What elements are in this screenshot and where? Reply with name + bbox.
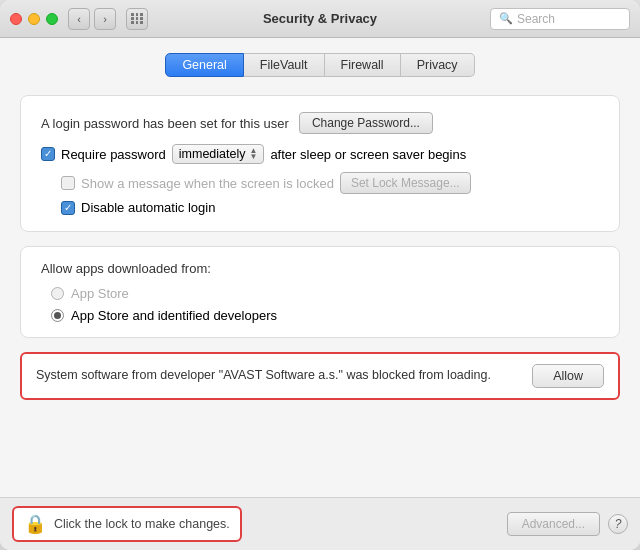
search-box[interactable]: 🔍 Search xyxy=(490,8,630,30)
search-placeholder: Search xyxy=(517,12,555,26)
radio-group: App Store App Store and identified devel… xyxy=(51,286,599,323)
change-password-button[interactable]: Change Password... xyxy=(299,112,433,134)
tabs: General FileVault Firewall Privacy xyxy=(20,53,620,77)
titlebar: ‹ › Security & Privacy 🔍 Search xyxy=(0,0,640,38)
disable-login-row: ✓ Disable automatic login xyxy=(61,200,599,215)
window-title: Security & Privacy xyxy=(263,11,377,26)
radio-app-store-label: App Store xyxy=(71,286,129,301)
back-button[interactable]: ‹ xyxy=(68,8,90,30)
blocked-software-row: System software from developer "AVAST So… xyxy=(20,352,620,400)
window: ‹ › Security & Privacy 🔍 Search General … xyxy=(0,0,640,550)
password-timing-dropdown[interactable]: immediately ▲ ▼ xyxy=(172,144,265,164)
grid-button[interactable] xyxy=(126,8,148,30)
minimize-button[interactable] xyxy=(28,13,40,25)
require-password-label: Require password xyxy=(61,147,166,162)
require-password-checkbox[interactable]: ✓ xyxy=(41,147,55,161)
dropdown-value: immediately xyxy=(179,147,246,161)
tab-firewall[interactable]: Firewall xyxy=(325,53,401,77)
allow-button[interactable]: Allow xyxy=(532,364,604,388)
close-button[interactable] xyxy=(10,13,22,25)
bottom-right: Advanced... ? xyxy=(507,512,628,536)
radio-identified[interactable] xyxy=(51,309,64,322)
show-message-checkbox[interactable] xyxy=(61,176,75,190)
tab-general[interactable]: General xyxy=(165,53,243,77)
tab-privacy[interactable]: Privacy xyxy=(401,53,475,77)
checkmark-icon-2: ✓ xyxy=(64,203,72,213)
radio-selected-icon xyxy=(54,312,61,319)
grid-icon xyxy=(131,13,143,24)
allow-apps-title: Allow apps downloaded from: xyxy=(41,261,599,276)
radio-app-store[interactable] xyxy=(51,287,64,300)
radio-row-identified: App Store and identified developers xyxy=(51,308,599,323)
radio-row-app-store: App Store xyxy=(51,286,599,301)
login-password-label: A login password has been set for this u… xyxy=(41,116,289,131)
show-message-row: Show a message when the screen is locked… xyxy=(61,172,599,194)
require-password-row: ✓ Require password immediately ▲ ▼ after… xyxy=(41,144,599,164)
dropdown-arrows-icon: ▲ ▼ xyxy=(249,148,257,159)
lock-section[interactable]: 🔒 Click the lock to make changes. xyxy=(12,506,242,542)
allow-apps-section: Allow apps downloaded from: App Store Ap… xyxy=(20,246,620,338)
after-sleep-label: after sleep or screen saver begins xyxy=(270,147,466,162)
tab-filevault[interactable]: FileVault xyxy=(244,53,325,77)
traffic-lights xyxy=(10,13,58,25)
set-lock-message-button[interactable]: Set Lock Message... xyxy=(340,172,471,194)
lock-label: Click the lock to make changes. xyxy=(54,517,230,531)
blocked-message: System software from developer "AVAST So… xyxy=(36,367,520,385)
radio-identified-label: App Store and identified developers xyxy=(71,308,277,323)
lock-icon: 🔒 xyxy=(24,513,46,535)
disable-login-checkbox[interactable]: ✓ xyxy=(61,201,75,215)
content: General FileVault Firewall Privacy A log… xyxy=(0,38,640,497)
advanced-button[interactable]: Advanced... xyxy=(507,512,600,536)
checkmark-icon: ✓ xyxy=(44,149,52,159)
search-icon: 🔍 xyxy=(499,12,513,25)
login-password-row: A login password has been set for this u… xyxy=(41,112,599,134)
password-section: A login password has been set for this u… xyxy=(20,95,620,232)
help-button[interactable]: ? xyxy=(608,514,628,534)
disable-login-label: Disable automatic login xyxy=(81,200,215,215)
show-message-label: Show a message when the screen is locked xyxy=(81,176,334,191)
forward-button[interactable]: › xyxy=(94,8,116,30)
maximize-button[interactable] xyxy=(46,13,58,25)
bottom-bar: 🔒 Click the lock to make changes. Advanc… xyxy=(0,497,640,550)
nav-buttons: ‹ › xyxy=(68,8,116,30)
